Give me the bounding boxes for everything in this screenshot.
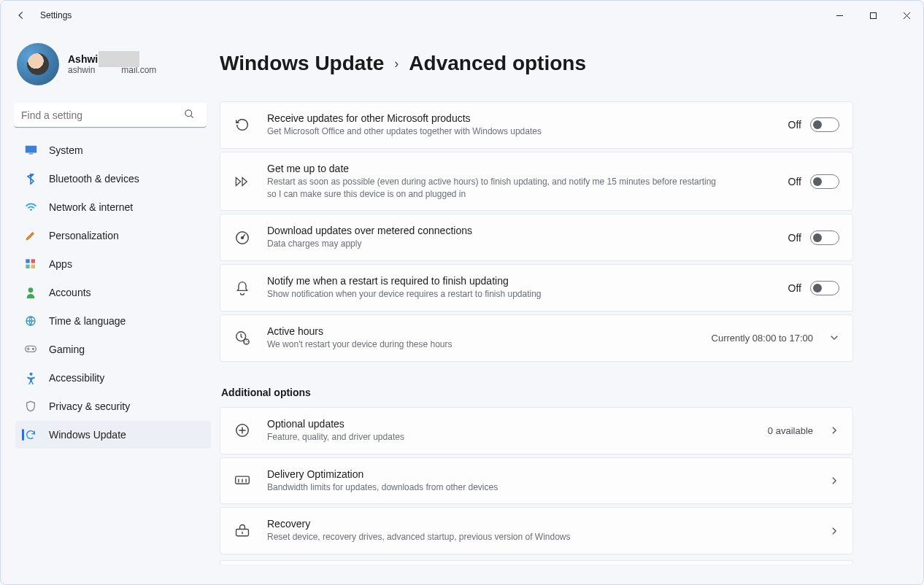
bluetooth-icon	[24, 172, 37, 185]
sidebar-item-personalization[interactable]: Personalization	[15, 222, 211, 249]
option-title: Receive updates for other Microsoft prod…	[267, 112, 772, 124]
svg-rect-9	[31, 259, 35, 263]
gamepad-icon	[24, 343, 37, 356]
titlebar: Settings	[1, 1, 923, 30]
chevron-down-icon[interactable]	[829, 335, 839, 341]
window-title: Settings	[40, 10, 72, 20]
option-title: Delivery Optimization	[267, 468, 813, 480]
option-metered-connections[interactable]: Download updates over metered connection…	[220, 214, 853, 261]
svg-rect-11	[31, 265, 35, 268]
chevron-right-icon[interactable]	[829, 527, 839, 535]
page-title: Advanced options	[409, 52, 586, 75]
svg-rect-7	[28, 153, 33, 154]
back-button[interactable]	[15, 9, 27, 21]
option-recovery[interactable]: Recovery Reset device, recovery drives, …	[220, 507, 853, 554]
toggle-state: Off	[788, 232, 801, 244]
maximize-button[interactable]	[856, 1, 890, 30]
apps-icon	[24, 257, 37, 271]
option-notify-restart[interactable]: Notify me when a restart is required to …	[220, 264, 853, 311]
option-desc: Feature, quality, and driver updates	[267, 431, 720, 443]
svg-point-4	[185, 110, 192, 117]
toggle-switch[interactable]	[810, 281, 839, 295]
plus-circle-icon	[234, 422, 251, 439]
svg-rect-6	[25, 146, 36, 153]
brush-icon	[24, 229, 37, 242]
option-desc: Bandwidth limits for updates, downloads …	[267, 481, 720, 494]
option-delivery-optimization[interactable]: Delivery Optimization Bandwidth limits f…	[220, 457, 853, 505]
sidebar-item-accessibility[interactable]: Accessibility	[15, 364, 211, 392]
svg-point-18	[242, 236, 244, 239]
accessibility-icon	[24, 371, 37, 384]
sidebar-item-bluetooth[interactable]: Bluetooth & devices	[15, 165, 211, 193]
option-title: Optional updates	[267, 418, 752, 430]
toggle-switch[interactable]	[810, 117, 839, 132]
bell-icon	[234, 279, 251, 297]
nav-list: System Bluetooth & devices Network & int…	[12, 136, 214, 449]
window-controls	[823, 1, 923, 30]
fast-forward-icon	[234, 173, 251, 190]
option-desc: We won't restart your device during thes…	[267, 338, 696, 351]
sidebar-item-time-language[interactable]: Time & language	[15, 307, 211, 335]
shield-icon	[24, 400, 37, 413]
option-desc: Get Microsoft Office and other updates t…	[267, 125, 720, 138]
wifi-icon	[24, 201, 37, 214]
toggle-state: Off	[788, 282, 801, 294]
option-meta: Currently 08:00 to 17:00	[712, 333, 813, 344]
option-desc: Reset device, recovery drives, advanced …	[267, 531, 720, 543]
sidebar: Ashwi ashwinxxxxxxmail.com System Blueto…	[1, 30, 220, 584]
sidebar-item-label: Gaming	[49, 344, 85, 355]
sidebar-item-label: Accessibility	[49, 372, 104, 384]
option-active-hours[interactable]: Active hours We won't restart your devic…	[220, 314, 853, 362]
sidebar-item-accounts[interactable]: Accounts	[15, 279, 211, 306]
option-desc: Show notification when your device requi…	[267, 288, 720, 301]
profile-block[interactable]: Ashwi ashwinxxxxxxmail.com	[12, 43, 214, 85]
sidebar-item-label: Time & language	[49, 315, 126, 327]
option-optional-updates[interactable]: Optional updates Feature, quality, and d…	[220, 407, 853, 454]
recovery-icon	[234, 522, 251, 540]
toggle-switch[interactable]	[810, 230, 839, 245]
monitor-icon	[24, 144, 37, 157]
option-title: Recovery	[267, 518, 813, 530]
main-content: Windows Update › Advanced options Receiv…	[220, 30, 923, 584]
delivery-icon	[234, 472, 251, 489]
breadcrumb: Windows Update › Advanced options	[220, 52, 904, 75]
toggle-state: Off	[788, 176, 801, 187]
sidebar-item-gaming[interactable]: Gaming	[15, 336, 211, 363]
option-receive-other-products[interactable]: Receive updates for other Microsoft prod…	[220, 101, 853, 149]
card-peek	[220, 560, 853, 565]
search-box	[14, 103, 209, 128]
sidebar-item-label: Accounts	[49, 287, 91, 298]
option-get-me-up-to-date[interactable]: Get me up to date Restart as soon as pos…	[220, 152, 853, 212]
option-desc: Data charges may apply	[267, 238, 720, 250]
option-desc: Restart as soon as possible (even during…	[267, 176, 720, 201]
svg-point-15	[32, 348, 34, 349]
history-icon	[234, 116, 251, 133]
redacted-overlay	[99, 51, 139, 67]
sidebar-item-label: System	[49, 144, 83, 156]
toggle-state: Off	[788, 119, 801, 131]
chevron-right-icon: ›	[394, 56, 399, 71]
globe-icon	[24, 314, 37, 328]
close-button[interactable]	[890, 1, 923, 30]
svg-rect-8	[26, 259, 29, 263]
option-title: Download updates over metered connection…	[267, 225, 772, 236]
breadcrumb-parent[interactable]: Windows Update	[220, 52, 384, 75]
option-title: Get me up to date	[267, 163, 772, 174]
toggle-switch[interactable]	[810, 174, 839, 189]
gauge-icon	[234, 229, 251, 247]
search-input[interactable]	[14, 103, 207, 128]
sidebar-item-windows-update[interactable]: Windows Update	[15, 421, 211, 449]
option-title: Active hours	[267, 325, 696, 337]
sidebar-item-apps[interactable]: Apps	[15, 250, 211, 278]
svg-rect-1	[870, 12, 876, 18]
sidebar-item-network[interactable]: Network & internet	[15, 193, 211, 221]
sidebar-item-label: Bluetooth & devices	[49, 173, 139, 185]
sidebar-item-system[interactable]: System	[15, 136, 211, 164]
chevron-right-icon[interactable]	[829, 426, 839, 435]
svg-line-5	[190, 115, 193, 117]
update-icon	[24, 428, 37, 441]
sidebar-item-privacy[interactable]: Privacy & security	[15, 392, 211, 420]
chevron-right-icon[interactable]	[829, 476, 839, 485]
minimize-button[interactable]	[823, 1, 856, 30]
svg-point-16	[29, 372, 32, 375]
